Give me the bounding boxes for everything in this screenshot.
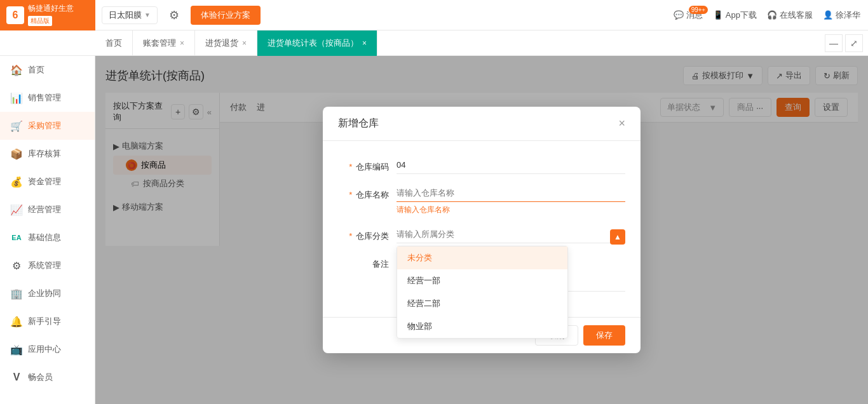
tab-purchase-return-label: 进货退货 <box>205 37 238 49</box>
name-input-wrapper: 请输入仓库名称 <box>397 184 625 215</box>
tab-purchase-stats[interactable]: 进货单统计表（按商品） × <box>257 30 377 56</box>
dropdown-item-2[interactable]: 经营二部 <box>397 292 567 315</box>
sidebar-label-basic-info: 基础信息 <box>28 232 61 243</box>
topbar-right: 💬 消息 99++ 📱 App下载 🎧 在线客服 👤 徐泽华 <box>674 10 860 21</box>
purchase-icon: 🛒 <box>10 119 23 132</box>
sidebar-item-finance[interactable]: 💰 资金管理 <box>0 168 95 196</box>
main-layout: 🏠 首页 📊 销售管理 🛒 采购管理 📦 库存核算 💰 资金管理 📈 经营管理 … <box>0 56 868 404</box>
trial-button[interactable]: 体验行业方案 <box>191 6 261 25</box>
sidebar: 🏠 首页 📊 销售管理 🛒 采购管理 📦 库存核算 💰 资金管理 📈 经营管理 … <box>0 56 95 404</box>
content-area: 进货单统计(按商品) 🖨 按模板打印 ▼ ↗ 导出 ↻ 刷新 <box>95 56 868 404</box>
store-selector-arrow: ▼ <box>144 11 151 18</box>
message-badge: 99++ <box>689 6 708 14</box>
settings-icon[interactable]: ⚙ <box>164 5 184 25</box>
name-label: * 仓库名称 <box>338 184 389 201</box>
logo-icon: 6 <box>6 6 24 24</box>
app-label: App下载 <box>726 10 757 21</box>
tab-accounts[interactable]: 账套管理 × <box>133 30 195 56</box>
tab-minimize-btn[interactable]: — <box>825 34 843 52</box>
message-item[interactable]: 💬 消息 99++ <box>674 10 703 21</box>
sidebar-item-basic-info[interactable]: EA 基础信息 <box>0 224 95 252</box>
logo-badge: 精品版 <box>28 16 52 26</box>
category-input[interactable] <box>397 226 625 243</box>
code-label: * 仓库编码 <box>338 156 389 173</box>
apps-icon: 📺 <box>10 343 23 356</box>
tab-expand-btn[interactable]: ⤢ <box>845 34 863 52</box>
sidebar-label-sales: 销售管理 <box>28 92 61 104</box>
sidebar-item-home[interactable]: 🏠 首页 <box>0 56 95 84</box>
user-name: 徐泽华 <box>836 10 860 21</box>
enterprise-icon: 🏢 <box>10 287 23 300</box>
modal-overlay: 新增仓库 × * 仓库编码 * <box>95 56 868 404</box>
modal-title: 新增仓库 <box>338 117 379 130</box>
service-icon: 🎧 <box>767 10 777 20</box>
tabbar: 首页 账套管理 × 进货退货 × 进货单统计表（按商品） × — ⤢ <box>0 30 868 56</box>
category-label: * 仓库分类 <box>338 226 389 242</box>
operation-icon: 📈 <box>10 203 23 216</box>
message-icon: 💬 <box>674 10 684 20</box>
tab-accounts-label: 账套管理 <box>143 37 176 49</box>
sales-icon: 📊 <box>10 91 23 104</box>
member-icon: V <box>10 371 23 384</box>
tab-purchase-stats-close[interactable]: × <box>362 39 367 48</box>
sidebar-label-member: 畅会员 <box>28 372 53 383</box>
user-icon: 👤 <box>823 10 833 20</box>
store-selector[interactable]: 日太阳膜 ▼ <box>102 6 158 24</box>
sidebar-label-system: 系统管理 <box>28 260 61 271</box>
store-name: 日太阳膜 <box>109 10 142 21</box>
system-icon: ⚙ <box>10 259 23 272</box>
save-button[interactable]: 保存 <box>583 325 625 346</box>
sidebar-label-inventory: 库存核算 <box>28 148 61 159</box>
dropdown-item-3[interactable]: 物业部 <box>397 315 567 338</box>
category-select-wrapper: ▲ 未分类 经营一部 经营二部 物业部 <box>397 226 625 243</box>
form-row-code: * 仓库编码 <box>338 156 625 174</box>
modal-new-warehouse: 新增仓库 × * 仓库编码 * <box>323 107 641 353</box>
logo-area: 6 畅捷通好生意 精品版 <box>0 0 95 30</box>
name-error-msg: 请输入仓库名称 <box>397 205 625 215</box>
topbar: 6 畅捷通好生意 精品版 日太阳膜 ▼ ⚙ 体验行业方案 💬 消息 99++ 📱… <box>0 0 868 30</box>
modal-body: * 仓库编码 * 仓库名称 请输入仓库名称 <box>323 141 641 317</box>
modal-header: 新增仓库 × <box>323 107 641 141</box>
tab-home-label: 首页 <box>105 37 122 49</box>
sidebar-item-sales[interactable]: 📊 销售管理 <box>0 84 95 112</box>
warehouse-name-input[interactable] <box>397 184 625 202</box>
basic-info-icon: EA <box>10 231 23 244</box>
sidebar-item-apps[interactable]: 📺 应用中心 <box>0 335 95 363</box>
sidebar-label-enterprise: 企业协同 <box>28 288 61 299</box>
sidebar-label-home: 首页 <box>28 64 44 76</box>
sidebar-item-operation[interactable]: 📈 经营管理 <box>0 196 95 224</box>
tab-purchase-return-close[interactable]: × <box>242 39 247 48</box>
sidebar-item-guide[interactable]: 🔔 新手引导 <box>0 307 95 335</box>
user-item[interactable]: 👤 徐泽华 <box>823 10 860 21</box>
sidebar-item-inventory[interactable]: 📦 库存核算 <box>0 140 95 168</box>
service-item[interactable]: 🎧 在线客服 <box>767 10 813 21</box>
service-label: 在线客服 <box>780 10 813 21</box>
sidebar-label-guide: 新手引导 <box>28 316 61 327</box>
app-icon: 📱 <box>713 10 723 20</box>
tab-purchase-stats-label: 进货单统计表（按商品） <box>268 37 358 49</box>
app-download-item[interactable]: 📱 App下载 <box>713 10 757 21</box>
sidebar-item-purchase[interactable]: 🛒 采购管理 <box>0 112 95 140</box>
warehouse-code-input[interactable] <box>397 156 625 174</box>
sidebar-label-finance: 资金管理 <box>28 176 61 187</box>
logo-line1: 畅捷通好生意 <box>28 4 74 14</box>
sidebar-label-purchase: 采购管理 <box>28 120 61 131</box>
category-arrow-btn[interactable]: ▲ <box>610 229 625 245</box>
tab-home[interactable]: 首页 <box>95 30 133 56</box>
form-row-category: * 仓库分类 ▲ 未分类 经营一部 经营二部 物业部 <box>338 226 625 243</box>
sidebar-item-enterprise[interactable]: 🏢 企业协同 <box>0 279 95 307</box>
inventory-icon: 📦 <box>10 147 23 160</box>
dropdown-item-0[interactable]: 未分类 <box>397 246 567 269</box>
form-row-name: * 仓库名称 请输入仓库名称 <box>338 184 625 215</box>
dropdown-item-1[interactable]: 经营一部 <box>397 269 567 292</box>
tab-purchase-return[interactable]: 进货退货 × <box>195 30 257 56</box>
sidebar-item-system[interactable]: ⚙ 系统管理 <box>0 252 95 279</box>
finance-icon: 💰 <box>10 175 23 188</box>
modal-close-btn[interactable]: × <box>618 117 625 130</box>
guide-icon: 🔔 <box>10 315 23 328</box>
sidebar-item-member[interactable]: V 畅会员 <box>0 363 95 391</box>
category-dropdown: 未分类 经营一部 经营二部 物业部 <box>397 246 568 339</box>
tab-accounts-close[interactable]: × <box>180 39 184 48</box>
sidebar-label-operation: 经营管理 <box>28 204 61 215</box>
home-icon: 🏠 <box>10 64 23 76</box>
